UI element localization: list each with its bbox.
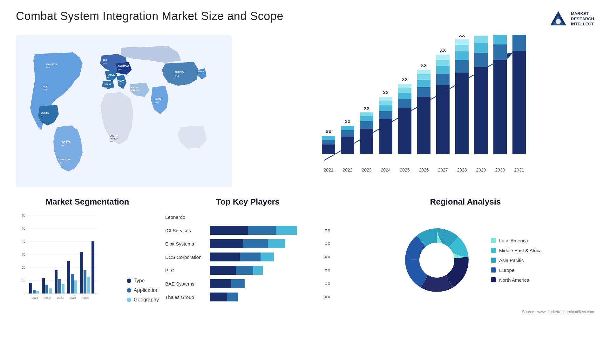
- world-map: CANADA xx% U.S. xx% MEXICO xx% BRAZIL xx…: [16, 35, 232, 187]
- svg-rect-56: [379, 105, 392, 111]
- logo-text: MARKET RESEARCH INTELLECT: [571, 11, 594, 27]
- svg-rect-92: [474, 36, 488, 43]
- svg-text:2023: 2023: [57, 296, 64, 300]
- svg-rect-124: [45, 285, 48, 293]
- svg-rect-89: [474, 67, 488, 154]
- svg-text:0: 0: [24, 292, 25, 295]
- svg-text:XX: XX: [440, 48, 446, 53]
- bar-chart-container: XX 2021 XX 2022 XX: [241, 35, 594, 187]
- svg-text:60: 60: [22, 214, 26, 217]
- svg-text:2031: 2031: [514, 167, 524, 172]
- legend-latin-america: Latin America: [491, 238, 542, 243]
- svg-text:SOUTH: SOUTH: [110, 135, 118, 137]
- svg-text:xx%: xx%: [41, 115, 44, 117]
- svg-text:xx%: xx%: [197, 74, 201, 76]
- page-container: Combat System Integration Market Size an…: [0, 0, 610, 364]
- svg-text:xx%: xx%: [131, 92, 135, 94]
- player-bar-wrap: [210, 279, 319, 288]
- svg-text:SAUDI: SAUDI: [131, 86, 138, 89]
- svg-text:ITALY: ITALY: [118, 80, 124, 82]
- svg-text:XX: XX: [383, 90, 389, 95]
- svg-rect-140: [92, 241, 94, 293]
- svg-text:xx%: xx%: [110, 141, 113, 143]
- players-list: Leonardo ICI Services XX Elbit Systems: [165, 212, 330, 301]
- svg-text:xx%: xx%: [105, 77, 109, 79]
- header: Combat System Integration Market Size an…: [16, 10, 594, 29]
- bar-seg2: [243, 239, 268, 248]
- svg-rect-64: [398, 88, 411, 93]
- legend-asia-pacific: Asia Pacific: [491, 258, 542, 263]
- svg-rect-50: [360, 116, 373, 121]
- player-bar-wrap: [210, 226, 319, 235]
- svg-rect-54: [379, 119, 392, 154]
- svg-text:2026: 2026: [419, 167, 429, 172]
- svg-text:2021: 2021: [323, 167, 333, 172]
- svg-rect-72: [417, 70, 430, 74]
- svg-rect-45: [341, 126, 354, 130]
- svg-rect-100: [512, 51, 526, 154]
- svg-text:xx%: xx%: [46, 66, 50, 69]
- top-section: CANADA xx% U.S. xx% MEXICO xx% BRAZIL xx…: [16, 35, 594, 187]
- asia-pacific-label: Asia Pacific: [499, 258, 524, 263]
- svg-rect-128: [58, 279, 61, 293]
- svg-text:MEXICO: MEXICO: [41, 112, 50, 114]
- svg-text:2024: 2024: [381, 167, 390, 172]
- player-name: DCS Corporation: [165, 254, 207, 260]
- svg-text:10: 10: [22, 279, 26, 282]
- svg-text:U.K.: U.K.: [103, 59, 108, 61]
- legend-type: Type: [127, 278, 159, 284]
- regional-title: Regional Analysis: [337, 197, 594, 207]
- bar-seg3: [276, 226, 297, 235]
- geography-label: Geography: [134, 297, 159, 303]
- svg-rect-48: [360, 129, 373, 154]
- europe-dot: [491, 267, 496, 273]
- bar-seg1: [210, 293, 227, 301]
- player-row: DCS Corporation XX: [165, 253, 330, 261]
- svg-text:XX: XX: [326, 129, 332, 134]
- svg-text:CHINA: CHINA: [175, 71, 184, 74]
- svg-text:XX: XX: [364, 106, 370, 111]
- svg-rect-78: [436, 60, 450, 66]
- svg-text:20: 20: [22, 266, 26, 269]
- svg-text:GERMANY: GERMANY: [118, 65, 130, 67]
- bar-seg1: [210, 239, 243, 248]
- player-bar-wrap: [210, 239, 319, 248]
- bar-seg1: [210, 226, 248, 235]
- svg-rect-127: [55, 270, 58, 293]
- legend-europe: Europe: [491, 267, 542, 273]
- svg-text:CANADA: CANADA: [46, 63, 57, 66]
- seg-chart-area: 0 10 20 30 40 50 60: [16, 212, 159, 309]
- player-row: ICI Services XX: [165, 226, 330, 235]
- svg-rect-85: [455, 45, 469, 51]
- svg-rect-63: [398, 93, 411, 99]
- svg-text:xx%: xx%: [62, 144, 66, 146]
- svg-rect-68: [417, 97, 430, 154]
- bar-seg3: [268, 239, 285, 248]
- bar-seg2: [236, 266, 253, 275]
- svg-rect-135: [80, 252, 83, 293]
- bar-seg2: [248, 226, 276, 235]
- latin-america-dot: [491, 238, 496, 243]
- svg-text:40: 40: [22, 240, 26, 243]
- svg-rect-44: [341, 130, 354, 137]
- svg-text:XX: XX: [345, 119, 351, 124]
- bar-seg2: [240, 253, 261, 261]
- player-bar-wrap: [210, 266, 319, 275]
- svg-text:JAPAN: JAPAN: [197, 71, 204, 73]
- svg-rect-65: [398, 84, 411, 88]
- svg-rect-136: [84, 270, 86, 293]
- player-name: Elbit Systems: [165, 241, 207, 246]
- svg-text:50: 50: [22, 227, 26, 230]
- logo-box: MARKET RESEARCH INTELLECT: [549, 10, 594, 29]
- svg-text:BRAZIL: BRAZIL: [62, 141, 71, 144]
- regional-inner: Latin America Middle East & Africa Asia …: [337, 212, 594, 308]
- svg-point-141: [419, 243, 454, 278]
- key-players-section: Top Key Players Leonardo ICI Services XX: [165, 197, 330, 334]
- svg-text:2022: 2022: [342, 167, 352, 172]
- svg-rect-137: [87, 277, 90, 293]
- svg-rect-86: [455, 39, 469, 45]
- legend-north-america: North America: [491, 277, 542, 283]
- svg-text:U.S.: U.S.: [43, 85, 48, 88]
- svg-rect-131: [67, 261, 70, 293]
- svg-text:2027: 2027: [438, 167, 448, 172]
